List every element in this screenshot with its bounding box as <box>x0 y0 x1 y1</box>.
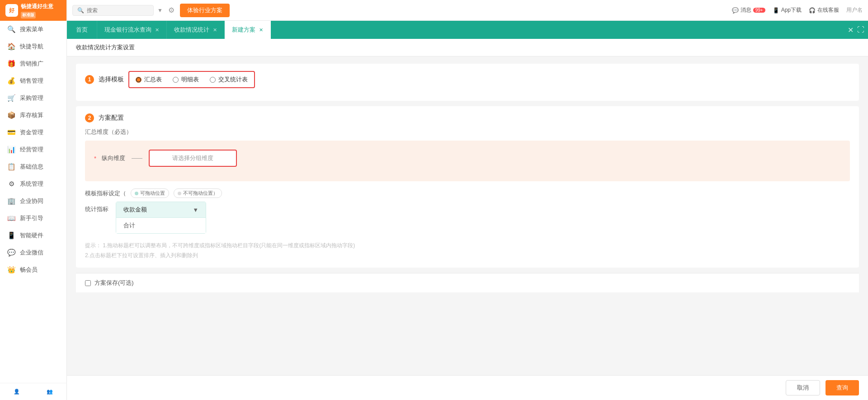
sidebar-item-label: 企业微信 <box>20 249 43 257</box>
radio-cross-input[interactable] <box>210 77 216 83</box>
search-box[interactable]: 🔍 <box>72 5 154 16</box>
sidebar-item-member[interactable]: 👑 畅会员 <box>0 261 66 278</box>
save-label: 方案保存(可选) <box>94 279 134 287</box>
maximize-icon[interactable]: ⛶ <box>857 26 864 34</box>
sidebar-item-system[interactable]: ⚙ 系统管理 <box>0 175 66 193</box>
sidebar-item-guide[interactable]: 📖 新手引导 <box>0 210 66 227</box>
sidebar-item-quick-nav[interactable]: 🏠 快捷导航 <box>0 38 66 55</box>
footer-bar: 取消 查询 <box>67 375 868 400</box>
sidebar-item-wechat[interactable]: 💬 企业微信 <box>0 244 66 261</box>
radio-detail-label: 明细表 <box>181 75 199 84</box>
money-icon: 💰 <box>7 77 15 85</box>
save-checkbox[interactable] <box>85 280 91 286</box>
query-button[interactable]: 查询 <box>826 380 859 395</box>
dropdown-arrow-icon[interactable]: ▼ <box>157 7 163 14</box>
sidebar-logo: 好 畅捷通好生意 标准版 <box>0 0 66 21</box>
search-menu-icon: 🔍 <box>7 25 15 33</box>
section-config: 2 方案配置 汇总维度（必选） * 纵向维度 —— 请选择分组维度 <box>76 106 859 268</box>
gift-icon: 🎁 <box>7 60 15 68</box>
sidebar-item-label: 采购管理 <box>20 94 43 102</box>
box-icon: 📦 <box>7 111 15 119</box>
app-download-item[interactable]: 📱 App下载 <box>773 6 802 14</box>
notification-label: 消息 <box>741 6 751 14</box>
cart-icon: 🛒 <box>7 94 15 102</box>
tab-receipt-stats[interactable]: 收款情况统计 ✕ <box>167 21 225 39</box>
radio-summary[interactable]: 汇总表 <box>136 75 162 84</box>
save-section: 方案保存(可选) <box>76 273 859 292</box>
template-radio-group: 汇总表 明细表 交叉统计表 <box>128 71 255 88</box>
mobile-icon: 📱 <box>7 231 15 240</box>
subsection1-title: 汇总维度（必选） <box>85 128 850 136</box>
dimension-select-button[interactable]: 请选择分组维度 <box>149 150 237 167</box>
arrow-right-icon: —— <box>132 155 142 161</box>
sidebar-item-sales[interactable]: 💰 销售管理 <box>0 72 66 89</box>
sidebar-item-inventory[interactable]: 📦 库存核算 <box>0 107 66 124</box>
unmovable-dot-icon <box>178 192 181 195</box>
vertical-dim-label: 纵向维度 <box>102 154 125 162</box>
radio-summary-input[interactable] <box>136 77 142 83</box>
tab-new-plan-close-icon[interactable]: ✕ <box>259 27 263 33</box>
hint-line2: 2.点击标题栏下拉可设置排序、插入列和删除列 <box>85 251 850 261</box>
radio-detail[interactable]: 明细表 <box>173 75 199 84</box>
metrics-section: 模板指标设定（ 可拖动位置 不可拖动位置） 统计指标 <box>85 188 850 234</box>
dimension-row: * 纵向维度 —— 请选择分组维度 <box>94 150 841 167</box>
logo-icon: 好 <box>5 4 18 17</box>
sidebar-item-operation[interactable]: 📊 经营管理 <box>0 141 66 158</box>
sidebar-item-basic-info[interactable]: 📋 基础信息 <box>0 158 66 175</box>
dropdown-chevron-icon[interactable]: ▼ <box>193 207 198 213</box>
radio-detail-input[interactable] <box>173 77 179 83</box>
tab-receipt-stats-label: 收款情况统计 <box>174 26 209 34</box>
step1-label: 1 选择模板 汇总表 明细表 交叉统计表 <box>85 71 255 88</box>
metrics-title: 模板指标设定（ <box>85 189 126 198</box>
tab-home[interactable]: 首页 <box>67 21 97 39</box>
unmovable-badge: 不可拖动位置） <box>174 188 222 198</box>
clipboard-icon: 📋 <box>7 163 15 171</box>
logo-text-block: 畅捷通好生意 标准版 <box>21 3 53 19</box>
tab-cash-bank-close-icon[interactable]: ✕ <box>155 27 159 33</box>
page-header-title: 收款情况统计方案设置 <box>76 44 135 51</box>
sidebar-user2[interactable]: 👥 <box>45 387 55 396</box>
sidebar-item-label: 经营管理 <box>20 146 43 154</box>
book-icon: 📖 <box>7 214 15 222</box>
sidebar-item-label: 畅会员 <box>20 266 38 274</box>
tabbar-right-controls: ✕ ⛶ <box>848 26 868 34</box>
section-template: 1 选择模板 汇总表 明细表 交叉统计表 <box>76 64 859 101</box>
radio-cross-label: 交叉统计表 <box>218 75 248 84</box>
radio-cross[interactable]: 交叉统计表 <box>210 75 248 84</box>
sidebar-item-label: 资金管理 <box>20 128 43 136</box>
content-area: 收款情况统计方案设置 1 选择模板 汇总表 明细表 <box>67 39 868 400</box>
tab-home-label: 首页 <box>76 26 88 34</box>
unmovable-label: 不可拖动位置） <box>183 190 218 197</box>
online-support-item[interactable]: 🎧 在线客服 <box>809 6 839 14</box>
online-support-label: 在线客服 <box>817 6 839 14</box>
tab-cash-bank[interactable]: 现金银行流水查询 ✕ <box>97 21 167 39</box>
app-icon: 📱 <box>773 7 779 14</box>
tab-new-plan[interactable]: 新建方案 ✕ <box>225 21 271 39</box>
home-icon: 🏠 <box>7 42 15 51</box>
tab-new-plan-label: 新建方案 <box>232 26 255 34</box>
radio-summary-label: 汇总表 <box>144 75 162 84</box>
metrics-table-row1: 合计 <box>116 218 206 233</box>
cancel-button[interactable]: 取消 <box>786 380 820 395</box>
trial-button[interactable]: 体验行业方案 <box>180 4 230 17</box>
sidebar-item-label: 快捷导航 <box>20 42 43 51</box>
sidebar-bottom: 👤 👥 <box>0 383 66 400</box>
building-icon: 🏢 <box>7 197 15 205</box>
close-window-icon[interactable]: ✕ <box>848 26 854 34</box>
sidebar-item-search-menu[interactable]: 🔍 搜索菜单 <box>0 21 66 38</box>
sidebar-item-purchase[interactable]: 🛒 采购管理 <box>0 89 66 107</box>
sidebar-item-hardware[interactable]: 📱 智能硬件 <box>0 227 66 244</box>
notification-badge: 99+ <box>753 8 765 13</box>
sidebar-user1[interactable]: 👤 <box>12 387 22 396</box>
notification-item[interactable]: 💬 消息 99+ <box>732 6 765 14</box>
required-star-icon: * <box>94 155 96 162</box>
sidebar-item-enterprise[interactable]: 🏢 企业协同 <box>0 193 66 210</box>
tab-receipt-stats-close-icon[interactable]: ✕ <box>213 27 217 33</box>
sidebar-item-finance[interactable]: 💳 资金管理 <box>0 124 66 141</box>
sidebar: 好 畅捷通好生意 标准版 🔍 搜索菜单 🏠 快捷导航 🎁 营销推广 💰 销售管理… <box>0 0 67 400</box>
username-label: 用户名 <box>846 6 863 14</box>
sidebar-item-marketing[interactable]: 🎁 营销推广 <box>0 55 66 72</box>
main-area: 🔍 ▼ ⚙ 体验行业方案 💬 消息 99+ 📱 App下载 🎧 在线客服 用户名 <box>67 0 868 400</box>
settings-icon[interactable]: ⚙ <box>168 6 175 14</box>
search-input[interactable] <box>87 7 149 14</box>
